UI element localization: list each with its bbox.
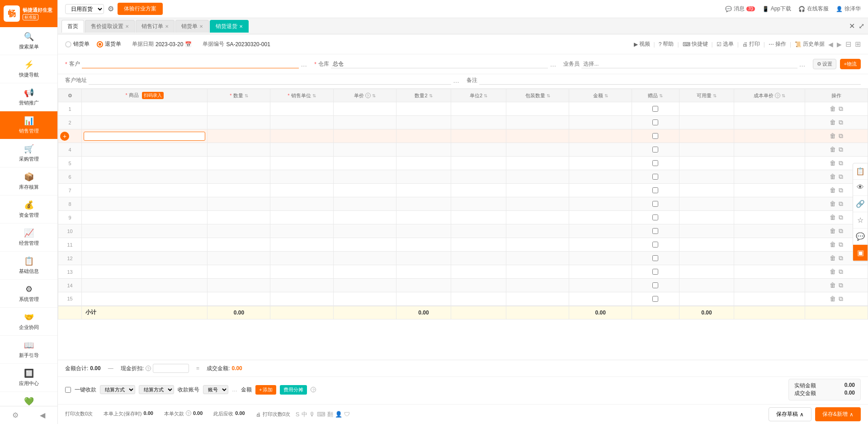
account-select[interactable]: 账号 [203,385,228,394]
copy-row-btn-4[interactable]: ⧉ [839,146,843,153]
product-cell-5[interactable] [82,157,208,170]
cost-cell-5[interactable] [734,157,805,170]
price-cell-7[interactable] [333,184,396,197]
price-cell-14[interactable] [333,279,396,292]
product-input-14[interactable] [84,282,205,289]
tab-close-sales-order[interactable]: ✕ [165,24,169,29]
user-profile-btn[interactable]: 👤 徐泽华 [836,5,861,13]
qty2-cell-13[interactable] [396,265,451,279]
product-input-3[interactable] [84,132,205,141]
pack-cell-12[interactable] [506,252,569,265]
delete-row-btn-10[interactable]: 🗑 [830,227,836,235]
unit2-cell-11[interactable] [451,238,506,252]
cost-cell-11[interactable] [734,238,805,252]
unit-cell-1[interactable] [270,102,333,116]
avail-cell-2[interactable] [679,116,734,129]
customer-input[interactable] [82,60,299,68]
sidebar-item-shortcut[interactable]: ⚡快捷导航 [0,55,57,83]
unit-cell-10[interactable] [270,224,333,238]
qty2-cell-6[interactable] [396,170,451,184]
avail-cell-3[interactable] [679,129,734,143]
price-cell-5[interactable] [333,157,396,170]
sidebar-item-inventory[interactable]: 📦库存核算 [0,167,57,195]
sidebar-item-system[interactable]: ⚙系统管理 [0,280,57,308]
notes-input[interactable] [479,76,861,85]
qty2-cell-5[interactable] [396,157,451,170]
avail-cell-11[interactable] [679,238,734,252]
unit2-cell-13[interactable] [451,265,506,279]
product-input-5[interactable] [84,160,205,167]
experience-btn[interactable]: 体验行业方案 [118,3,163,15]
copy-row-btn-8[interactable]: ⧉ [839,200,843,208]
salesperson-input[interactable] [581,60,797,68]
delete-row-btn-12[interactable]: 🗑 [830,254,836,262]
settlement-method-select[interactable]: 结算方式 [139,385,174,394]
product-input-1[interactable] [84,106,205,112]
amount-cell-5[interactable] [569,157,632,170]
prev-btn[interactable]: ◀ [828,41,833,48]
gift-checkbox-11[interactable] [652,242,658,248]
qty-cell-1[interactable] [208,102,270,116]
product-input-9[interactable] [84,214,205,221]
copy-row-btn-7[interactable]: ⧉ [839,186,843,194]
grid-view-btn[interactable]: ⊟ [845,40,851,48]
gift-checkbox-3[interactable] [652,133,658,139]
gift-checkbox-14[interactable] [652,282,658,288]
qty2-cell-9[interactable] [396,211,451,224]
cost-cell-10[interactable] [734,224,805,238]
amount-cell-11[interactable] [569,238,632,252]
add-payment-btn[interactable]: + 添加 [255,385,276,395]
tab-sales-order[interactable]: 销售订单✕ [136,20,175,33]
cost-cell-6[interactable] [734,170,805,184]
warehouse-input[interactable] [331,60,548,68]
unit2-cell-7[interactable] [451,184,506,197]
qty2-cell-12[interactable] [396,252,451,265]
price-cell-11[interactable] [333,238,396,252]
product-input-10[interactable] [84,228,205,234]
cost-cell-15[interactable] [734,292,805,306]
avail-cell-15[interactable] [679,292,734,306]
delete-row-btn-2[interactable]: 🗑 [830,119,836,126]
product-cell-15[interactable] [82,292,208,306]
amount-cell-14[interactable] [569,279,632,292]
operations-btn[interactable]: ⋯ 操作 [769,40,786,48]
copy-row-btn-3[interactable]: ⧉ [839,132,843,140]
product-input-11[interactable] [84,242,205,248]
right-clipboard-btn[interactable]: 📋 [853,163,868,180]
copy-row-btn-13[interactable]: ⧉ [839,268,843,276]
cost-cell-4[interactable] [734,143,805,157]
settings-side-btn[interactable]: ⚙ 设置 [813,59,836,69]
qty2-cell-14[interactable] [396,279,451,292]
save-new-btn[interactable]: 保存&新增 ∧ [815,407,861,421]
amount-cell-12[interactable] [569,252,632,265]
sidebar-item-sales[interactable]: 📊销售管理 [0,111,57,139]
pack-cell-3[interactable] [506,129,569,143]
cost-cell-1[interactable] [734,102,805,116]
pack-cell-14[interactable] [506,279,569,292]
qty-cell-12[interactable] [208,252,270,265]
sidebar-item-wechat[interactable]: 💚企业微信 [0,392,57,406]
product-input-6[interactable] [84,174,205,180]
delete-row-btn-15[interactable]: 🗑 [830,295,836,303]
logistics-side-btn[interactable]: +物流 [840,59,861,69]
gear-icon[interactable]: ⚙ [68,93,72,98]
pack-cell-5[interactable] [506,157,569,170]
amount-cell-13[interactable] [569,265,632,279]
topbar-gear-icon[interactable]: ⚙ [108,5,114,13]
copy-row-btn-15[interactable]: ⧉ [839,295,843,303]
avail-cell-8[interactable] [679,197,734,211]
cost-cell-9[interactable] [734,211,805,224]
product-cell-12[interactable] [82,252,208,265]
gift-checkbox-9[interactable] [652,214,658,220]
pack-cell-13[interactable] [506,265,569,279]
cost-cell-8[interactable] [734,197,805,211]
expense-info-icon[interactable]: ? [311,387,316,392]
gift-checkbox-10[interactable] [652,228,658,234]
delete-row-btn-3[interactable]: 🗑 [830,132,836,140]
sales-radio[interactable]: 销货单 [65,40,90,48]
tab-sales-delivery[interactable]: 销货单✕ [175,20,209,33]
list-view-btn[interactable]: ⊞ [855,40,861,48]
save-draft-btn[interactable]: 保存草稿 ∧ [769,407,811,421]
amount-cell-8[interactable] [569,197,632,211]
unit2-cell-8[interactable] [451,197,506,211]
